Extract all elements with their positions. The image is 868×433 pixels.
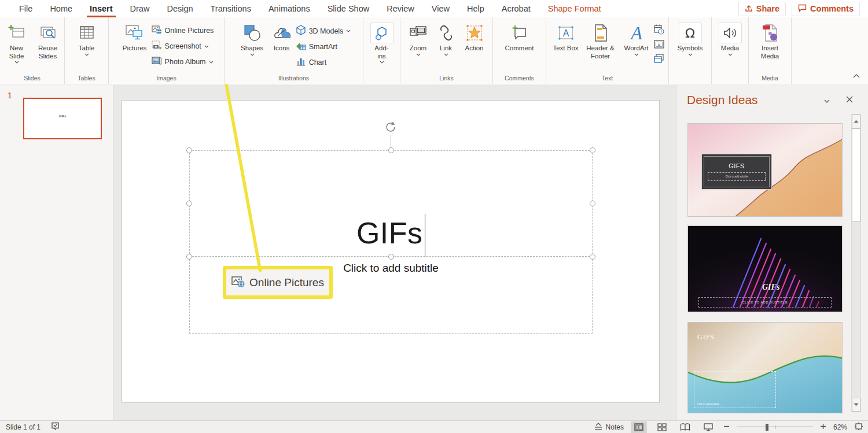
tab-shape-format[interactable]: Shape Format (539, 0, 610, 17)
resize-handle-top-center[interactable] (388, 147, 394, 153)
zoom-button[interactable]: Zoom (404, 21, 433, 58)
wordart-button[interactable]: A WordArt (620, 21, 653, 58)
ribbon-group-comments: Comment Comments (493, 17, 546, 84)
photo-album-button[interactable]: Photo Album (152, 56, 214, 68)
design-idea-1[interactable]: GIFS Click to add subtitle (687, 123, 843, 217)
slide-title-text[interactable]: GIFs (189, 212, 593, 254)
action-button[interactable]: Action (459, 21, 490, 54)
workspace: 1 GIFs GIFs Click to add subtitle (0, 85, 868, 420)
insert-media-button[interactable]: Insert Media (753, 21, 788, 62)
text-box-icon: A (557, 23, 575, 43)
zoom-slider-thumb[interactable] (766, 424, 768, 431)
panel-dropdown-icon[interactable] (824, 95, 830, 105)
zoom-out-button[interactable] (723, 423, 730, 431)
svg-text:#: # (657, 42, 660, 47)
comment-button[interactable]: Comment (499, 21, 540, 54)
add-ins-button[interactable]: Add-ins (367, 21, 397, 65)
share-button[interactable]: Share (738, 2, 786, 16)
tab-insert[interactable]: Insert (81, 0, 122, 17)
notes-button[interactable]: Notes (594, 423, 624, 432)
accessibility-icon[interactable] (51, 422, 60, 432)
chevron-down-icon (728, 53, 733, 56)
text-box-button[interactable]: A Text Box (551, 21, 581, 54)
shapes-button[interactable]: Shapes (237, 21, 268, 58)
ribbon-group-add-ins: Add-ins (363, 17, 400, 84)
zoom-level[interactable]: 62% (833, 423, 847, 431)
scrollbar-thumb[interactable] (852, 128, 860, 222)
link-button[interactable]: Link (434, 21, 458, 58)
chevron-down-icon (444, 53, 448, 56)
tab-file[interactable]: File (10, 0, 41, 17)
resize-handle-bottom-left[interactable] (186, 254, 192, 260)
tab-transitions[interactable]: Transitions (202, 0, 260, 17)
tab-home[interactable]: Home (41, 0, 81, 17)
online-pictures-button[interactable]: Online Pictures (152, 25, 214, 36)
header-footer-button[interactable]: Header & Footer (582, 21, 619, 62)
chevron-down-icon (688, 53, 693, 56)
3d-models-button[interactable]: 3D Models (296, 25, 351, 37)
thumbnail-title: GIFs (59, 114, 67, 118)
media-button[interactable]: Media (715, 21, 745, 58)
reading-view-button[interactable] (677, 421, 693, 433)
tab-help[interactable]: Help (458, 0, 493, 17)
group-label-add-ins (365, 73, 399, 84)
collapse-ribbon-icon[interactable] (853, 70, 860, 80)
chevron-down-icon (204, 45, 209, 48)
symbols-button[interactable]: Ω Symbols (672, 21, 708, 58)
scroll-down-icon[interactable] (852, 398, 860, 412)
comments-button[interactable]: Comments (792, 2, 860, 16)
table-button[interactable]: Table (69, 21, 104, 58)
group-label-symbols (670, 73, 710, 84)
resize-handle-bottom-center[interactable] (388, 254, 394, 260)
resize-handle-middle-right[interactable] (590, 201, 595, 206)
slide-sorter-view-button[interactable] (654, 421, 670, 433)
slide-canvas[interactable]: GIFs Click to add subtitle Online Pictur… (122, 100, 660, 403)
new-slide-button[interactable]: New Slide (2, 21, 32, 65)
tab-review[interactable]: Review (378, 0, 423, 17)
tab-design[interactable]: Design (158, 0, 201, 17)
slide-thumbnail[interactable]: GIFs (23, 98, 102, 139)
screenshot-button[interactable]: Screenshot (152, 40, 214, 52)
resize-handle-middle-left[interactable] (186, 201, 192, 206)
design-idea-3[interactable]: GIFS Click to add subtitle (687, 322, 843, 413)
smartart-button[interactable]: SmartArt (296, 41, 351, 53)
resize-handle-bottom-right[interactable] (590, 254, 595, 260)
normal-view-button[interactable] (631, 421, 647, 433)
scroll-up-icon[interactable] (852, 114, 860, 128)
tab-draw[interactable]: Draw (122, 0, 159, 17)
slide-indicator: Slide 1 of 1 (6, 423, 41, 431)
resize-handle-top-left[interactable] (186, 147, 192, 153)
fit-slide-to-window-icon[interactable] (854, 422, 863, 432)
close-icon[interactable] (846, 95, 853, 105)
tab-acrobat[interactable]: Acrobat (493, 0, 539, 17)
icons-button[interactable]: Icons (269, 21, 295, 54)
object-button[interactable] (654, 54, 664, 65)
slide-show-button[interactable] (700, 421, 716, 433)
menu-bar: File Home Insert Draw Design Transitions… (0, 0, 868, 17)
3d-cube-icon (296, 25, 306, 37)
design-idea-2[interactable]: GIFs CLICK TO ADD SUBTITLE (687, 225, 843, 312)
panel-scrollbar[interactable] (851, 114, 861, 412)
tab-animations[interactable]: Animations (260, 0, 319, 17)
pictures-button[interactable]: Pictures (119, 21, 150, 54)
reuse-slides-button[interactable]: Reuse Slides (33, 21, 63, 62)
rotation-handle[interactable] (384, 120, 398, 136)
ribbon-group-illustrations: Shapes Icons 3D Models SmartArt (225, 17, 363, 84)
group-label-text: Text (547, 73, 667, 84)
chevron-down-icon (416, 53, 421, 56)
zoom-in-button[interactable] (820, 423, 826, 431)
design-ideas-panel: Design Ideas (676, 85, 868, 420)
design-ideas-title: Design Ideas (687, 93, 758, 107)
group-label-media-dropdown (713, 73, 747, 84)
thumbnail-title-block: GIFS Click to add subtitle (701, 154, 772, 190)
date-time-button[interactable] (654, 24, 664, 37)
svg-text:A: A (562, 28, 569, 38)
chart-button[interactable]: Chart (296, 57, 351, 68)
tab-view[interactable]: View (423, 0, 458, 17)
tab-slide-show[interactable]: Slide Show (319, 0, 378, 17)
slide-number-button[interactable]: # (654, 40, 664, 51)
zoom-slider[interactable] (737, 421, 813, 433)
resize-handle-top-right[interactable] (590, 147, 595, 153)
group-label-comments: Comments (494, 73, 545, 84)
smartart-icon (296, 41, 306, 53)
